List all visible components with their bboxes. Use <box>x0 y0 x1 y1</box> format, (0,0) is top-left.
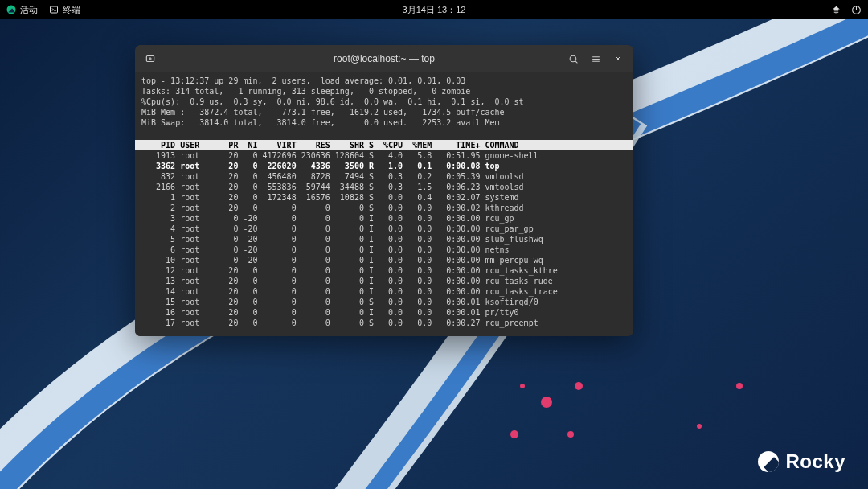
process-row: 4 root 0 -20 0 0 0 I 0.0 0.0 0:00.00 rcu… <box>141 224 627 234</box>
rocky-logo-text: Rocky <box>785 450 845 473</box>
top-summary-line: MiB Mem : 3872.4 total, 773.1 free, 1619… <box>141 107 627 117</box>
top-summary-line: %Cpu(s): 0.9 us, 0.3 sy, 0.0 ni, 98.6 id… <box>141 97 627 107</box>
window-title: root@localhost:~ — top <box>334 53 435 64</box>
process-row: 2 root 20 0 0 0 0 S 0.0 0.0 0:00.02 kthr… <box>141 203 627 213</box>
top-summary-line: top - 13:12:37 up 29 min, 2 users, load … <box>141 76 627 86</box>
process-row: 17 root 20 0 0 0 0 S 0.0 0.0 0:00.27 rcu… <box>141 318 627 328</box>
new-tab-button[interactable] <box>140 48 161 69</box>
network-icon[interactable] <box>831 5 841 15</box>
rocky-logo-icon <box>758 451 779 472</box>
menu-button[interactable] <box>585 48 606 69</box>
topbar-app-label: 终端 <box>63 4 80 16</box>
svg-point-3 <box>520 384 525 388</box>
topbar-app-terminal[interactable]: 终端 <box>49 4 80 16</box>
svg-point-0 <box>510 430 518 438</box>
svg-point-2 <box>567 431 574 438</box>
process-row: 15 root 20 0 0 0 0 S 0.0 0.0 0:00.01 kso… <box>141 297 627 307</box>
process-row: 3 root 0 -20 0 0 0 I 0.0 0.0 0:00.00 rcu… <box>141 213 627 224</box>
top-header-row: PID USER PR NI VIRT RES SHR S %CPU %MEM … <box>135 140 633 150</box>
svg-point-6 <box>697 424 702 429</box>
rocky-logo: Rocky <box>758 450 845 473</box>
window-titlebar[interactable]: root@localhost:~ — top <box>135 45 633 72</box>
gnome-topbar: 活动 终端 3月14日 13：12 <box>0 0 868 19</box>
top-summary-line: MiB Swap: 3814.0 total, 3814.0 free, 0.0… <box>141 117 627 128</box>
process-row: 3362 root 20 0 226020 4336 3500 R 1.0 0.… <box>141 161 627 171</box>
svg-point-4 <box>575 382 583 390</box>
process-row: 6 root 0 -20 0 0 0 I 0.0 0.0 0:00.00 net… <box>141 244 627 255</box>
process-row: 5 root 0 -20 0 0 0 I 0.0 0.0 0:00.00 slu… <box>141 234 627 244</box>
close-button[interactable] <box>608 48 628 69</box>
clock[interactable]: 3月14日 13：12 <box>403 4 466 16</box>
process-row: 16 root 20 0 0 0 0 I 0.0 0.0 0:00.01 pr/… <box>141 307 627 318</box>
process-row: 2166 root 20 0 553836 59744 34488 S 0.3 … <box>141 182 627 192</box>
rocky-logo-icon <box>6 5 16 14</box>
process-row: 1913 root 20 0 4172696 230636 128604 S 4… <box>141 150 627 161</box>
process-row: 1 root 20 0 172348 16576 10828 S 0.0 0.4… <box>141 192 627 203</box>
process-row: 13 root 20 0 0 0 0 I 0.0 0.0 0:00.00 rcu… <box>141 276 627 286</box>
search-button[interactable] <box>563 48 583 69</box>
activities-label: 活动 <box>20 4 38 16</box>
svg-point-14 <box>570 55 576 62</box>
process-row: 14 root 20 0 0 0 0 I 0.0 0.0 0:00.00 rcu… <box>141 286 627 297</box>
svg-point-1 <box>541 397 552 408</box>
terminal-window: root@localhost:~ — top top - 13:12:37 up… <box>135 45 633 336</box>
terminal-output[interactable]: top - 13:12:37 up 29 min, 2 users, load … <box>135 72 633 336</box>
top-summary-line: Tasks: 314 total, 1 running, 313 sleepin… <box>141 86 627 97</box>
process-row: 12 root 20 0 0 0 0 I 0.0 0.0 0:00.00 rcu… <box>141 265 627 276</box>
process-row: 10 root 0 -20 0 0 0 I 0.0 0.0 0:00.00 mm… <box>141 255 627 265</box>
activities-button[interactable]: 活动 <box>6 4 38 16</box>
terminal-icon <box>49 5 59 14</box>
power-icon[interactable] <box>851 5 862 15</box>
process-row: 832 root 20 0 456480 8728 7494 S 0.3 0.2… <box>141 171 627 182</box>
svg-point-5 <box>736 383 743 389</box>
svg-line-15 <box>575 60 577 63</box>
